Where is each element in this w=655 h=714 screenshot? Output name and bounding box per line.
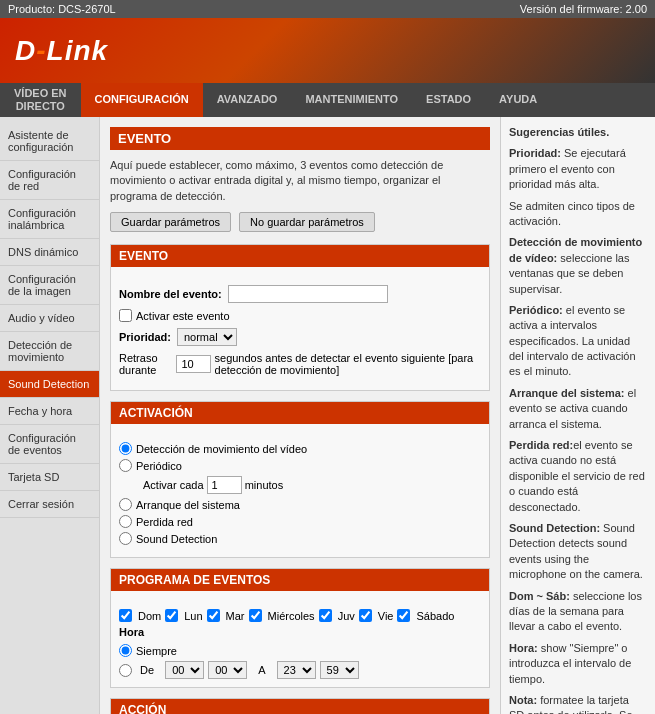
evento-main-title: EVENTO: [110, 127, 490, 150]
nav-mantenimiento[interactable]: MANTENIMIENTO: [291, 83, 412, 117]
sidebar-item-cerrar[interactable]: Cerrar sesión: [0, 491, 99, 518]
de-label: De: [140, 664, 154, 676]
to-h-select[interactable]: 23: [277, 661, 316, 679]
radio-periodico-label: Periódico: [136, 460, 182, 472]
radio-arranque-label: Arranque del sistema: [136, 499, 240, 511]
tip-admiten: Se admiten cinco tipos de activación.: [509, 199, 647, 230]
a-label: A: [258, 664, 265, 676]
day-mie: Miércoles: [249, 609, 315, 622]
sidebar: Asistente de configuración Configuración…: [0, 117, 100, 714]
day-dom-check[interactable]: [119, 609, 132, 622]
periodico-input[interactable]: [207, 476, 242, 494]
de-radio[interactable]: [119, 664, 132, 677]
day-mar-label: Mar: [226, 610, 245, 622]
activacion-section: ACTIVACIÓN Detección de movimiento del v…: [110, 401, 490, 558]
sidebar-item-sound[interactable]: Sound Detection: [0, 371, 99, 398]
from-h-select[interactable]: 00: [165, 661, 204, 679]
firmware-label: Versión del firmware: 2.00: [520, 3, 647, 15]
hora-label: Hora: [119, 626, 144, 638]
radio-sound-input[interactable]: [119, 532, 132, 545]
evento-section-header: EVENTO: [111, 245, 489, 267]
nombre-label: Nombre del evento:: [119, 288, 222, 300]
day-sab-label: Sábado: [416, 610, 454, 622]
sidebar-item-asistente[interactable]: Asistente de configuración: [0, 122, 99, 161]
nav-video[interactable]: VÍDEO ENDIRECTO: [0, 83, 81, 117]
priority-select[interactable]: normal alta baja: [177, 328, 237, 346]
day-mie-check[interactable]: [249, 609, 262, 622]
day-vie-check[interactable]: [359, 609, 372, 622]
sidebar-item-sd[interactable]: Tarjeta SD: [0, 464, 99, 491]
radio-movimiento-input[interactable]: [119, 442, 132, 455]
day-juv-check[interactable]: [319, 609, 332, 622]
nav-estado[interactable]: ESTADO: [412, 83, 485, 117]
radio-movimiento-label: Detección de movimiento del vídeo: [136, 443, 307, 455]
no-save-params-button-top[interactable]: No guardar parámetros: [239, 212, 375, 232]
activate-row: Activar este evento: [119, 309, 481, 322]
day-sab-check[interactable]: [397, 609, 410, 622]
day-dom-label: Dom: [138, 610, 161, 622]
tip-movimiento: Detección de movimiento de vídeo: selecc…: [509, 235, 647, 297]
sidebar-item-red[interactable]: Configuración de red: [0, 161, 99, 200]
accion-header: ACCIÓN: [111, 699, 489, 714]
accion-section: ACCIÓN SD Medio adjunto: Media_Rec Media…: [110, 698, 490, 714]
sidebar-item-audio[interactable]: Audio y vídeo: [0, 305, 99, 332]
sidebar-item-inalambrica[interactable]: Configuración inalámbrica: [0, 200, 99, 239]
days-row: Dom Lun Mar Miércoles: [119, 609, 481, 622]
logo: D-Link: [15, 35, 108, 67]
evento-section-content: Nombre del evento: Activar este evento P…: [111, 277, 489, 390]
nav-ayuda[interactable]: AYUDA: [485, 83, 551, 117]
tip-dom-sab: Dom ~ Sáb: seleccione los días de la sem…: [509, 589, 647, 635]
event-description: Aquí puede establecer, como máximo, 3 ev…: [110, 158, 490, 204]
sidebar-item-dns[interactable]: DNS dinámico: [0, 239, 99, 266]
activate-label: Activar este evento: [136, 310, 230, 322]
radio-sound: Sound Detection: [119, 532, 481, 545]
day-mar-check[interactable]: [207, 609, 220, 622]
radio-perdida-label: Perdida red: [136, 516, 193, 528]
delay-suffix: segundos antes de detectar el evento sig…: [215, 352, 481, 376]
delay-prefix: Retraso durante: [119, 352, 173, 376]
logo-bar: D-Link: [0, 18, 655, 83]
radio-movimiento: Detección de movimiento del vídeo: [119, 442, 481, 455]
radio-periodico-input[interactable]: [119, 459, 132, 472]
programa-section: PROGRAMA DE EVENTOS Dom Lun Mar: [110, 568, 490, 688]
evento-section: EVENTO Nombre del evento: Activar este e…: [110, 244, 490, 391]
siempre-radio[interactable]: [119, 644, 132, 657]
radio-arranque-input[interactable]: [119, 498, 132, 511]
radio-perdida: Perdida red: [119, 515, 481, 528]
day-vie-label: Vie: [378, 610, 394, 622]
priority-label: Prioridad:: [119, 331, 171, 343]
main-layout: Asistente de configuración Configuración…: [0, 117, 655, 714]
sidebar-item-eventos[interactable]: Configuración de eventos: [0, 425, 99, 464]
programa-content: Dom Lun Mar Miércoles: [111, 601, 489, 687]
radio-arranque: Arranque del sistema: [119, 498, 481, 511]
day-mie-label: Miércoles: [268, 610, 315, 622]
sidebar-item-imagen[interactable]: Configuración de la imagen: [0, 266, 99, 305]
periodico-sub: Activar cada minutos: [143, 476, 481, 494]
nav-avanzado[interactable]: AVANZADO: [203, 83, 292, 117]
day-lun-check[interactable]: [165, 609, 178, 622]
nav-config[interactable]: CONFIGURACIÓN: [81, 83, 203, 117]
periodico-suffix: minutos: [245, 479, 284, 491]
de-row: De 00 00 A 23 59: [119, 661, 481, 679]
nav-bar: VÍDEO ENDIRECTO CONFIGURACIÓN AVANZADO M…: [0, 83, 655, 117]
tip-perdida: Perdida red:el evento se activa cuando n…: [509, 438, 647, 515]
delay-row: Retraso durante segundos antes de detect…: [119, 352, 481, 376]
from-m-select[interactable]: 00: [208, 661, 247, 679]
nombre-input[interactable]: [228, 285, 388, 303]
day-lun-label: Lun: [184, 610, 202, 622]
product-label: Producto: DCS-2670L: [8, 3, 116, 15]
day-mar: Mar: [207, 609, 245, 622]
save-params-button-top[interactable]: Guardar parámetros: [110, 212, 231, 232]
radio-perdida-input[interactable]: [119, 515, 132, 528]
tip-arranque: Arranque del sistema: el evento se activ…: [509, 386, 647, 432]
day-vie: Vie: [359, 609, 394, 622]
tip-periodico: Periódico: el evento se activa a interva…: [509, 303, 647, 380]
sidebar-item-fecha[interactable]: Fecha y hora: [0, 398, 99, 425]
right-panel: Sugerencias útiles. Prioridad: Se ejecut…: [500, 117, 655, 714]
siempre-label: Siempre: [136, 645, 177, 657]
delay-input[interactable]: [176, 355, 211, 373]
to-m-select[interactable]: 59: [320, 661, 359, 679]
sidebar-item-movimiento[interactable]: Detección de movimiento: [0, 332, 99, 371]
activate-checkbox[interactable]: [119, 309, 132, 322]
activacion-header: ACTIVACIÓN: [111, 402, 489, 424]
